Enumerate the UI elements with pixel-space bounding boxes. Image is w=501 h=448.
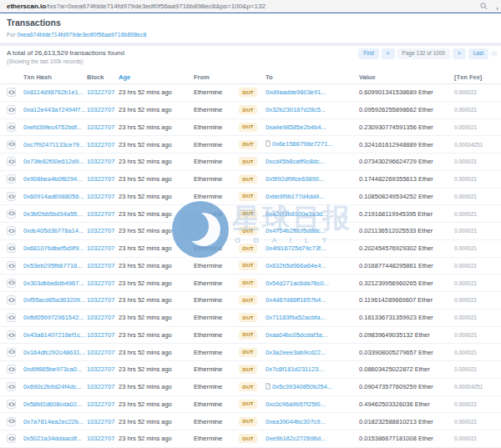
txn-hash-link[interactable]: 0xdc405d3b778a14... [23, 227, 84, 234]
page-indicator: Page 132 of 1000 [397, 48, 450, 59]
to-link[interactable]: 0xa4e98585e2b4b4... [266, 123, 326, 131]
eye-preview-button[interactable] [7, 261, 16, 270]
eye-preview-button[interactable] [7, 88, 16, 97]
txn-hash-link[interactable]: 0x7a7814ea2ec22b... [23, 418, 84, 425]
to-link[interactable]: 0x54d271ac6da76c0... [266, 279, 329, 287]
block-link[interactable]: 10322707 [87, 400, 114, 408]
block-link[interactable]: 10322707 [87, 435, 114, 442]
to-link[interactable]: 0x71183f9a52acbfa... [266, 314, 326, 321]
pagination-overflow-stub[interactable] [491, 51, 498, 56]
txn-hash-link[interactable]: 0x60914ad6988056... [23, 193, 84, 200]
to-link[interactable]: 0xc0c96a9b57f25f0... [266, 400, 326, 408]
next-page-button[interactable]: > [453, 48, 466, 59]
eye-preview-button[interactable] [7, 365, 16, 374]
block-link[interactable]: 10322707 [87, 141, 114, 148]
eye-preview-button[interactable] [7, 174, 16, 184]
txn-hash-link[interactable]: 0xf55acd65a363209... [23, 296, 85, 304]
txn-hash-link[interactable]: 0xd9f865be973ca0... [23, 365, 82, 373]
to-link[interactable]: 0x5c39340850b254... [272, 383, 332, 390]
to-link[interactable]: 0xbb9f9b177d4dd4... [266, 193, 324, 200]
eye-preview-button[interactable] [7, 348, 16, 357]
address-bar[interactable]: etherscan.io/txs?a=0xea674fdde714fd979de… [7, 3, 480, 10]
block-link[interactable]: 10322707 [87, 383, 114, 390]
eye-preview-button[interactable] [7, 123, 16, 132]
first-page-button[interactable]: First [358, 48, 379, 59]
block-link[interactable]: 10322707 [87, 331, 114, 339]
block-link[interactable]: 10322707 [87, 365, 114, 373]
eye-preview-button[interactable] [7, 209, 16, 219]
browser-edge-icon[interactable] [493, 3, 498, 10]
eye-preview-button[interactable] [7, 226, 16, 235]
block-link[interactable]: 10322707 [87, 123, 114, 131]
eye-icon [8, 419, 15, 424]
to-link[interactable]: 0xd9aadde9803e91... [266, 88, 326, 96]
eye-preview-button[interactable] [7, 192, 16, 201]
eye-preview-button[interactable] [7, 140, 16, 149]
block-link[interactable]: 10322707 [87, 227, 114, 234]
txn-hash-link[interactable]: 0xc7f92471133ce79... [23, 141, 84, 148]
txn-hash-link[interactable]: 0xefd39fec4752bdf... [23, 123, 82, 131]
to-link[interactable]: 0x6e1566798e7271... [272, 140, 333, 148]
to-link[interactable]: 0x3a2eee3ab9cd22... [266, 349, 326, 356]
txn-hash-link[interactable]: 0x43a61407216ef1c... [23, 331, 85, 339]
address-link[interactable]: 0xea674fdde714fd979de3edf0f56aa9716b898e… [17, 32, 146, 38]
eye-preview-button[interactable] [7, 434, 16, 443]
txn-hash-link[interactable]: 0xa12e443a72494f7... [23, 106, 86, 113]
eye-preview-button[interactable] [7, 105, 16, 114]
header-age[interactable]: Age [119, 73, 194, 81]
to-link[interactable]: 0x632b5d966a64e4... [266, 262, 326, 269]
to-link[interactable]: 0x7c8f181d231123... [266, 365, 324, 373]
search-icon[interactable] [480, 3, 488, 10]
txn-hash-link[interactable]: 0x8114d98762b1e1... [23, 88, 84, 96]
to-link[interactable]: 0xe9b182c272696d... [266, 435, 326, 442]
last-page-button[interactable]: Last [468, 48, 488, 59]
block-link[interactable]: 10322707 [87, 210, 114, 218]
to-link[interactable]: 0x4f816725d79c73f... [266, 244, 326, 252]
eye-preview-button[interactable] [7, 157, 16, 166]
to-link[interactable]: 0x32b230187d28c5... [266, 106, 326, 113]
txn-hash-link[interactable]: 0x53eb295fb67718... [23, 262, 82, 269]
to-link[interactable]: 0xa2cf3b8100a3a3d... [266, 210, 327, 218]
txn-hash-link[interactable]: 0x690c2b9d24f4dc... [23, 383, 82, 390]
block-link[interactable]: 10322707 [87, 244, 114, 252]
block-link[interactable]: 10322707 [87, 418, 114, 425]
eye-preview-button[interactable] [7, 400, 16, 409]
block-link[interactable]: 10322707 [87, 279, 114, 287]
block-link[interactable]: 10322707 [87, 88, 114, 96]
to-link[interactable]: 0xaa04bc05dcdaf3a... [266, 331, 327, 339]
from-text: Ethermine [194, 296, 239, 304]
eye-preview-button[interactable] [7, 417, 16, 426]
block-link[interactable]: 10322707 [87, 262, 114, 269]
block-link[interactable]: 10322707 [87, 175, 114, 183]
direction-badge: OUT [239, 226, 257, 235]
block-link[interactable]: 10322707 [87, 314, 114, 321]
block-link[interactable]: 10322707 [87, 349, 114, 356]
eye-preview-button[interactable] [7, 330, 16, 340]
block-link[interactable]: 10322707 [87, 296, 114, 304]
block-link[interactable]: 10322707 [87, 158, 114, 165]
txn-hash-link[interactable]: 0x73fe82f00e612d9... [23, 158, 84, 165]
to-link[interactable]: 0x5f92df9fce63890... [266, 175, 324, 183]
txn-hash-link[interactable]: 0x5021a34ddaacdf... [23, 435, 82, 442]
eye-preview-button[interactable] [7, 295, 16, 305]
txn-hash-link[interactable]: 0x164dfc292c48631... [23, 349, 85, 356]
to-link[interactable]: 0x4d87d86ff1657b4... [266, 296, 326, 304]
eye-preview-button[interactable] [7, 279, 16, 288]
txn-hash-link[interactable]: 0x303dbbe8db4967... [23, 279, 84, 287]
txn-hash-link[interactable]: 0xfbf059972961542... [23, 314, 84, 321]
txn-hash-link[interactable]: 0x58bf2d608cda02... [23, 400, 82, 408]
to-link[interactable]: 0xea39044bc307c9... [266, 418, 326, 425]
txn-hash-link[interactable]: 0x908bea4b0f8294... [23, 175, 82, 183]
prev-page-button[interactable]: < [382, 48, 395, 59]
value-text: 0.033908005279657 Ether [359, 349, 454, 356]
to-link[interactable]: 0x4754b2fbcf5d8dc... [266, 227, 326, 234]
block-link[interactable]: 10322707 [87, 106, 114, 113]
to-link[interactable]: 0xcd45b8caff9c8dc... [266, 158, 325, 165]
direction-badge: OUT [239, 330, 257, 340]
eye-preview-button[interactable] [7, 382, 16, 391]
txn-hash-link[interactable]: 0x681076dbef5d9f9... [23, 244, 84, 252]
eye-preview-button[interactable] [7, 313, 16, 322]
block-link[interactable]: 10322707 [87, 193, 114, 200]
txn-hash-link[interactable]: 0x3bf2bb5bd34a55... [23, 210, 82, 218]
eye-preview-button[interactable] [7, 244, 16, 253]
